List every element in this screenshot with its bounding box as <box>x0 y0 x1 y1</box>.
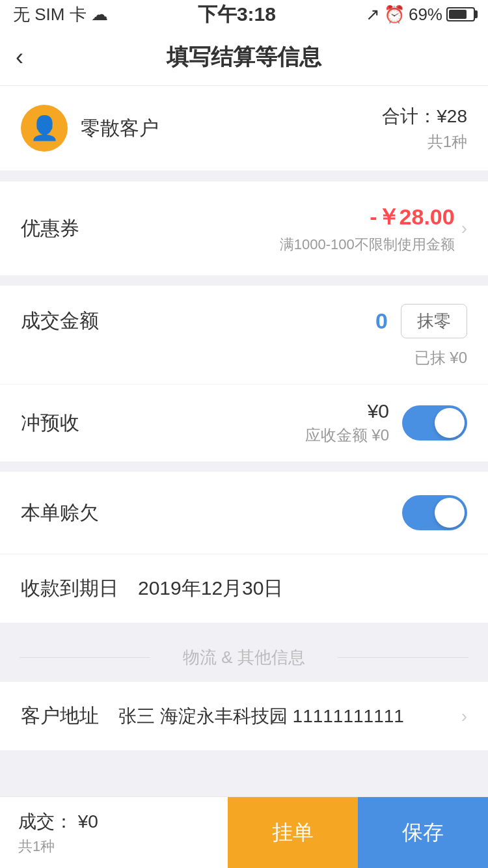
credit-row: 本单赊欠 <box>0 472 488 554</box>
logistics-text: 物流 & 其他信息 <box>183 646 305 669</box>
customer-total: 合计：¥28 共1种 <box>382 104 467 152</box>
customer-name: 零散客户 <box>81 115 159 142</box>
status-time: 下午3:18 <box>198 1 276 28</box>
chevron-right-icon: › <box>461 218 467 239</box>
amount-sub: 已抹 ¥0 <box>0 345 488 384</box>
status-bar: 无 SIM 卡 ☁ 下午3:18 ↗ ⏰ 69% <box>0 0 488 29</box>
coupon-info: -￥28.00 满1000-100不限制使用金额 <box>280 202 455 254</box>
amount-value: 0 <box>375 308 388 334</box>
coupon-section: 优惠券 -￥28.00 满1000-100不限制使用金额 › <box>0 181 488 275</box>
nav-bar: ‹ 填写结算等信息 <box>0 29 488 86</box>
save-button[interactable]: 保存 <box>358 797 488 868</box>
status-left: 无 SIM 卡 ☁ <box>13 3 108 26</box>
bottom-info: 成交： ¥0 共1种 <box>0 797 228 868</box>
amount-label: 成交金额 <box>21 308 99 334</box>
amount-row: 成交金额 0 抹零 <box>0 286 488 345</box>
battery-level: 69% <box>409 5 442 25</box>
chevron-right-icon: › <box>461 706 467 727</box>
address-chevron: › <box>461 706 467 727</box>
logistics-divider: 物流 & 其他信息 <box>0 633 488 682</box>
coupon-amount: -￥28.00 <box>280 202 455 232</box>
bottom-bar: 成交： ¥0 共1种 挂单 保存 <box>0 796 488 868</box>
logistics-line: 物流 & 其他信息 <box>0 646 488 669</box>
prepay-label: 冲预收 <box>21 410 79 437</box>
divider-left-line <box>20 657 150 658</box>
due-date-value: 2019年12月30日 <box>138 575 283 602</box>
credit-section: 本单赊欠 收款到期日 2019年12月30日 <box>0 472 488 623</box>
due-row: 收款到期日 2019年12月30日 <box>0 554 488 623</box>
alarm-icon: ⏰ <box>384 5 405 25</box>
prepay-right: ¥0 应收金额 ¥0 <box>305 400 467 446</box>
battery-icon <box>446 7 475 21</box>
due-date-label: 收款到期日 <box>21 575 118 602</box>
prepay-toggle[interactable] <box>402 405 467 441</box>
address-row[interactable]: 客户地址 张三 海淀永丰科技园 11111111111 › <box>0 682 488 750</box>
content: 👤 零散客户 合计：¥28 共1种 优惠券 -￥28.00 满1000-100不… <box>0 86 488 839</box>
bottom-deal-label: 成交： ¥0 <box>18 809 210 834</box>
prepay-amounts: ¥0 应收金额 ¥0 <box>305 400 389 446</box>
location-icon: ↗ <box>366 5 380 25</box>
credit-toggle-knob <box>435 498 465 528</box>
bottom-count-label: 共1种 <box>18 837 210 856</box>
hold-button[interactable]: 挂单 <box>228 797 358 868</box>
address-section: 客户地址 张三 海淀永丰科技园 11111111111 › <box>0 682 488 750</box>
back-button[interactable]: ‹ <box>16 44 23 71</box>
address-label: 客户地址 <box>21 703 99 729</box>
total-label: 合计：¥28 <box>382 104 467 129</box>
total-sub: 共1种 <box>382 131 467 152</box>
credit-label: 本单赊欠 <box>21 500 99 526</box>
toggle-knob <box>435 408 465 438</box>
customer-section: 👤 零散客户 合计：¥28 共1种 <box>0 86 488 170</box>
prepay-sub-amount: 应收金额 ¥0 <box>305 425 389 446</box>
coupon-label: 优惠券 <box>21 215 79 242</box>
round-button[interactable]: 抹零 <box>401 304 467 338</box>
transaction-section: 成交金额 0 抹零 已抹 ¥0 冲预收 ¥0 应收金额 ¥0 <box>0 286 488 461</box>
amount-right: 0 抹零 <box>375 304 467 338</box>
credit-toggle[interactable] <box>402 495 467 530</box>
coupon-right: -￥28.00 满1000-100不限制使用金额 › <box>280 202 467 254</box>
avatar: 👤 <box>21 105 68 152</box>
customer-left: 👤 零散客户 <box>21 105 159 152</box>
page-title: 填写结算等信息 <box>167 42 321 72</box>
address-value: 张三 海淀永丰科技园 11111111111 <box>118 704 461 729</box>
prepay-main-amount: ¥0 <box>305 400 389 422</box>
prepay-row: 冲预收 ¥0 应收金额 ¥0 <box>0 384 488 461</box>
coupon-row[interactable]: 优惠券 -￥28.00 满1000-100不限制使用金额 › <box>0 181 488 275</box>
status-right: ↗ ⏰ 69% <box>366 5 475 25</box>
customer-row[interactable]: 👤 零散客户 合计：¥28 共1种 <box>0 86 488 170</box>
coupon-desc: 满1000-100不限制使用金额 <box>280 235 455 254</box>
divider-right-line <box>338 657 468 658</box>
person-icon: 👤 <box>30 115 59 142</box>
sim-status: 无 SIM 卡 ☁ <box>13 3 108 26</box>
